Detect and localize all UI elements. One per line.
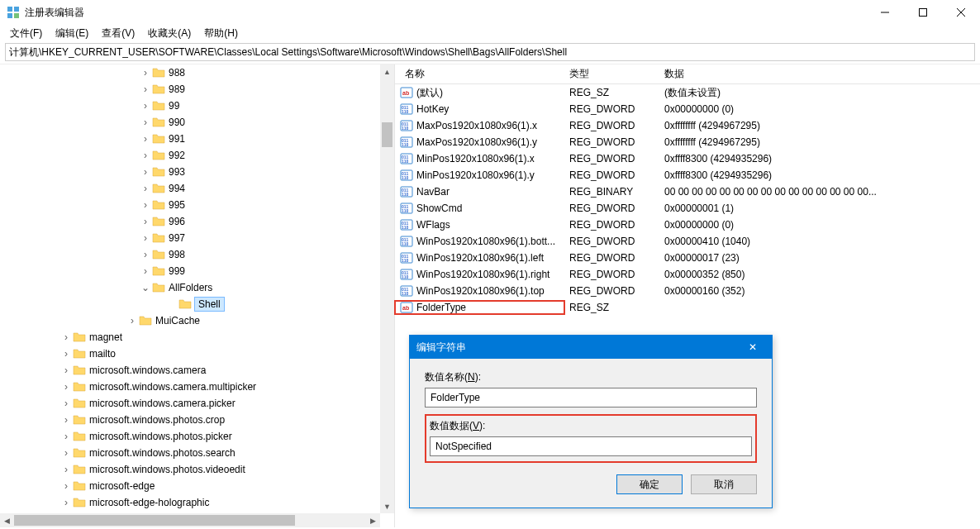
tree-item[interactable]: ›microsoft.windows.photos.picker <box>0 428 380 445</box>
value-row[interactable]: WinPos1920x1080x96(1).rightREG_DWORD0x00… <box>395 266 980 283</box>
dialog-titlebar[interactable]: 编辑字符串 ✕ <box>410 336 772 359</box>
menu-edit[interactable]: 编辑(E) <box>49 25 95 42</box>
chevron-icon[interactable]: › <box>139 232 152 244</box>
tree-item[interactable]: ›99 <box>0 98 380 114</box>
tree-item[interactable]: ›microsoft-edge <box>0 478 380 494</box>
chevron-icon[interactable]: › <box>139 133 152 145</box>
tree-item-shell[interactable]: Shell <box>0 296 380 312</box>
col-data[interactable]: 数据 <box>659 67 980 81</box>
value-type: REG_BINARY <box>564 186 659 198</box>
tree-item[interactable]: ›999 <box>0 263 380 279</box>
tree-item[interactable]: ›998 <box>0 246 380 263</box>
tree-item[interactable]: ›995 <box>0 197 380 213</box>
chevron-icon[interactable]: › <box>139 199 152 211</box>
tree-label: 997 <box>169 232 185 244</box>
col-type[interactable]: 类型 <box>564 67 659 81</box>
tree-item[interactable]: ›magnet <box>0 329 380 346</box>
folder-icon <box>152 116 165 129</box>
chevron-icon[interactable]: › <box>59 331 73 343</box>
tree-label: 993 <box>169 166 185 178</box>
chevron-icon[interactable]: › <box>59 365 73 376</box>
value-row[interactable]: WinPos1920x1080x96(1).bott...REG_DWORD0x… <box>395 233 980 250</box>
tree-item[interactable]: ›989 <box>0 81 380 98</box>
tree-item-allfolders[interactable]: ⌄AllFolders <box>0 279 380 296</box>
binary-value-icon <box>400 185 413 198</box>
chevron-icon[interactable]: › <box>59 480 73 492</box>
chevron-icon[interactable]: › <box>139 83 152 95</box>
chevron-icon[interactable]: › <box>139 166 152 178</box>
chevron-icon[interactable]: › <box>139 117 152 128</box>
menu-view[interactable]: 查看(V) <box>95 25 141 42</box>
maximize-button[interactable] <box>904 0 942 25</box>
folder-icon <box>178 298 192 311</box>
tree-item[interactable]: ›microsoft.windows.photos.videoedit <box>0 461 380 478</box>
value-row[interactable]: MinPos1920x1080x96(1).xREG_DWORD0xffff83… <box>395 150 980 167</box>
tree-vertical-scrollbar[interactable]: ▲ ▼ <box>380 64 394 513</box>
ok-button[interactable]: 确定 <box>616 474 683 494</box>
chevron-icon[interactable]: › <box>59 497 73 508</box>
tree-item[interactable]: ›996 <box>0 213 380 230</box>
chevron-icon[interactable]: › <box>59 381 73 393</box>
tree-item[interactable]: ›988 <box>0 64 380 81</box>
minimize-button[interactable] <box>866 0 904 25</box>
value-row[interactable]: (默认)REG_SZ(数值未设置) <box>395 84 980 101</box>
menu-favorites[interactable]: 收藏夹(A) <box>141 25 197 42</box>
chevron-icon[interactable]: › <box>59 447 73 459</box>
value-row[interactable]: NavBarREG_BINARY00 00 00 00 00 00 00 00 … <box>395 183 980 200</box>
tree-item[interactable]: ›997 <box>0 230 380 246</box>
tree-label: 989 <box>169 83 185 95</box>
tree-item[interactable]: ›991 <box>0 131 380 147</box>
chevron-icon[interactable]: › <box>139 100 152 112</box>
value-row[interactable]: MinPos1920x1080x96(1).yREG_DWORD0xffff83… <box>395 167 980 183</box>
tree-item[interactable]: ›microsoft.windows.photos.search <box>0 445 380 461</box>
tree-horizontal-scrollbar[interactable]: ◀ ▶ <box>0 513 380 527</box>
value-name-input[interactable] <box>425 388 757 407</box>
tree-item[interactable]: ›microsoft.windows.camera.multipicker <box>0 379 380 395</box>
chevron-icon[interactable]: › <box>139 249 152 260</box>
tree-item[interactable]: ›microsoft-edge-holographic <box>0 494 380 511</box>
tree-item[interactable]: ›microsoft.windows.camera.picker <box>0 395 380 412</box>
value-row[interactable]: MaxPos1920x1080x96(1).xREG_DWORD0xffffff… <box>395 117 980 134</box>
chevron-icon[interactable]: › <box>139 216 152 227</box>
tree-item[interactable]: ›992 <box>0 147 380 164</box>
value-name: MinPos1920x1080x96(1).y <box>416 169 535 181</box>
value-row[interactable]: FolderTypeREG_SZ <box>395 299 980 316</box>
chevron-icon[interactable]: › <box>59 414 73 426</box>
folder-icon <box>152 248 165 261</box>
address-bar[interactable]: 计算机\HKEY_CURRENT_USER\SOFTWARE\Classes\L… <box>5 43 975 61</box>
cancel-button[interactable]: 取消 <box>691 474 757 494</box>
tree-item[interactable]: ›microsoft.windows.photos.crop <box>0 412 380 428</box>
value-row[interactable]: ShowCmdREG_DWORD0x00000001 (1) <box>395 200 980 217</box>
chevron-icon[interactable]: › <box>59 348 73 360</box>
value-data-input[interactable] <box>430 436 752 456</box>
tree-item[interactable]: ›990 <box>0 114 380 131</box>
col-name[interactable]: 名称 <box>395 67 564 81</box>
chevron-icon[interactable]: › <box>126 315 139 326</box>
chevron-icon[interactable]: › <box>139 67 152 79</box>
value-name: MaxPos1920x1080x96(1).x <box>416 120 537 131</box>
close-button[interactable] <box>942 0 980 25</box>
tree-item-muicache[interactable]: ›MuiCache <box>0 312 380 329</box>
dialog-title: 编辑字符串 <box>416 341 740 355</box>
value-row[interactable]: WinPos1920x1080x96(1).topREG_DWORD0x0000… <box>395 283 980 299</box>
value-row[interactable]: MaxPos1920x1080x96(1).yREG_DWORD0xffffff… <box>395 134 980 150</box>
menu-help[interactable]: 帮助(H) <box>197 25 245 42</box>
tree-item[interactable]: ›994 <box>0 180 380 197</box>
value-row[interactable]: WinPos1920x1080x96(1).leftREG_DWORD0x000… <box>395 250 980 266</box>
chevron-icon[interactable]: › <box>139 265 152 277</box>
folder-icon <box>73 364 86 377</box>
window-title: 注册表编辑器 <box>25 6 866 20</box>
value-row[interactable]: HotKeyREG_DWORD0x00000000 (0) <box>395 101 980 117</box>
chevron-icon[interactable]: › <box>59 398 73 409</box>
chevron-icon[interactable]: › <box>59 431 73 442</box>
chevron-icon[interactable]: › <box>59 464 73 475</box>
value-row[interactable]: WFlagsREG_DWORD0x00000000 (0) <box>395 217 980 233</box>
tree-item[interactable]: ›993 <box>0 164 380 180</box>
tree-item[interactable]: ›microsoft.windows.camera <box>0 362 380 379</box>
chevron-icon[interactable]: › <box>139 183 152 194</box>
chevron-icon[interactable]: › <box>139 150 152 161</box>
tree-item[interactable]: ›mailto <box>0 346 380 362</box>
chevron-icon[interactable]: ⌄ <box>139 282 152 293</box>
menu-file[interactable]: 文件(F) <box>3 25 49 42</box>
dialog-close-icon[interactable]: ✕ <box>740 341 765 353</box>
